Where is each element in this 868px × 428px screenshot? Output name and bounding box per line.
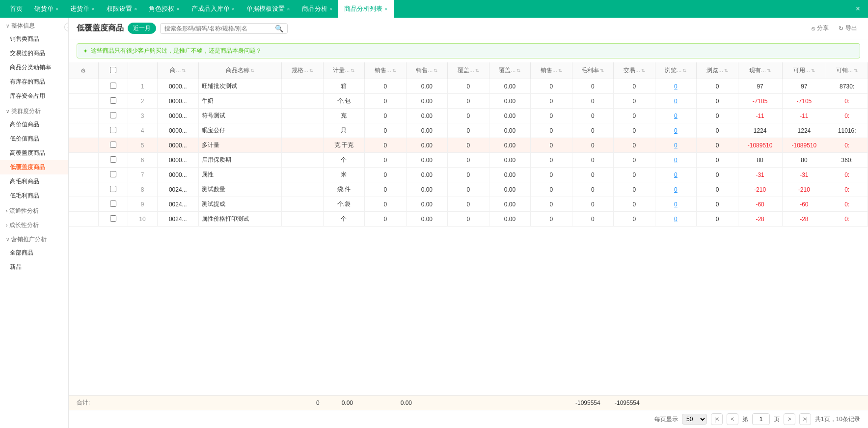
cell-code: 0000... [157, 109, 199, 123]
cell-sales-qty: 0 [365, 197, 407, 212]
page-label: 第 [742, 415, 748, 424]
cell-checkbox[interactable] [98, 79, 128, 94]
close-icon[interactable]: × [232, 6, 235, 12]
cell-checkbox[interactable] [98, 212, 128, 227]
cell-checkbox[interactable] [98, 94, 128, 109]
select-all-checkbox[interactable] [110, 67, 116, 73]
cell-settings [69, 123, 98, 138]
nav-permission[interactable]: 权限设置 × [101, 0, 143, 18]
sidebar-item-low-coverage[interactable]: 低覆盖度商品 [0, 160, 68, 174]
row-checkbox[interactable] [110, 83, 116, 89]
close-icon[interactable]: × [55, 6, 58, 12]
row-checkbox[interactable] [110, 112, 116, 118]
sidebar-item-new-products[interactable]: 新品 [0, 260, 68, 274]
cell-spec [282, 153, 324, 168]
row-checkbox[interactable] [110, 142, 116, 148]
export-icon: ↻ [839, 25, 843, 32]
row-checkbox[interactable] [110, 171, 116, 177]
cell-sales-amt: 0.00 [406, 168, 448, 182]
nav-role[interactable]: 角色授权 × [143, 0, 185, 18]
sidebar-item-high-coverage[interactable]: 高覆盖度商品 [0, 146, 68, 160]
cell-checkbox[interactable] [98, 138, 128, 153]
row-checkbox[interactable] [110, 127, 116, 133]
cell-checkbox[interactable] [98, 168, 128, 182]
table-container[interactable]: ⚙ 商...⇅ 商品名称⇅ 规格...⇅ 计量...⇅ 销售...⇅ 销售...… [69, 62, 868, 395]
last-page-button[interactable]: >| [799, 413, 811, 425]
row-checkbox[interactable] [110, 186, 116, 192]
cell-browse-a[interactable]: 0 [655, 123, 697, 138]
th-settings[interactable]: ⚙ [69, 62, 98, 79]
sidebar: « ∨ 整体信息 销售类商品 交易过的商品 商品分类动销率 有库存的商品 库存资… [0, 18, 69, 428]
cell-sales-amt: 0.00 [406, 138, 448, 153]
row-checkbox[interactable] [110, 215, 116, 222]
nav-purchase[interactable]: 进货单 × [64, 0, 100, 18]
page-of-label: 页 [774, 415, 780, 424]
sidebar-item-low-value[interactable]: 低价值商品 [0, 132, 68, 146]
page-input[interactable] [752, 413, 770, 425]
row-checkbox[interactable] [110, 97, 116, 104]
cell-sales-qty: 0 [365, 138, 407, 153]
close-icon[interactable]: × [329, 6, 332, 12]
cell-trade: 0 [614, 182, 655, 197]
cell-browse-a[interactable]: 0 [655, 168, 697, 182]
search-icon[interactable]: 🔍 [275, 25, 283, 32]
cell-browse-a[interactable]: 0 [655, 153, 697, 168]
cell-browse-a[interactable]: 0 [655, 138, 697, 153]
close-icon[interactable]: × [176, 6, 179, 12]
sidebar-section-circulation[interactable]: › 流通性分析 [0, 203, 68, 217]
row-checkbox[interactable] [110, 200, 116, 207]
export-button[interactable]: ↻ 导出 [836, 23, 860, 33]
cell-browse-a[interactable]: 0 [655, 182, 697, 197]
nav-product-analysis[interactable]: 商品分析 × [296, 0, 338, 18]
close-icon[interactable]: × [134, 6, 137, 12]
sidebar-item-category-rate[interactable]: 商品分类动销率 [0, 60, 68, 75]
cell-checkbox[interactable] [98, 123, 128, 138]
sidebar-section-overall[interactable]: ∨ 整体信息 [0, 18, 68, 32]
cell-browse-a[interactable]: 0 [655, 197, 697, 212]
nav-sales[interactable]: 销货单 × [28, 0, 64, 18]
cell-checkbox[interactable] [98, 182, 128, 197]
sidebar-item-all-products[interactable]: 全部商品 [0, 246, 68, 260]
cell-spec [282, 168, 324, 182]
sidebar-item-inventory-capital[interactable]: 库存资金占用 [0, 89, 68, 103]
sidebar-item-instock-products[interactable]: 有库存的商品 [0, 75, 68, 89]
cell-browse-a[interactable]: 0 [655, 79, 697, 94]
sidebar-section-growth[interactable]: › 成长性分析 [0, 217, 68, 231]
filter-recent-month-button[interactable]: 近一月 [128, 23, 156, 34]
nav-template[interactable]: 单据模板设置 × [241, 0, 296, 18]
cell-cover-b: 0.00 [489, 138, 531, 153]
cell-browse-b: 0 [697, 123, 738, 138]
th-gross-rate: 毛利率⇅ [572, 62, 614, 79]
share-button[interactable]: ⎋ 分享 [809, 23, 832, 33]
row-checkbox[interactable] [110, 156, 116, 163]
cell-checkbox[interactable] [98, 197, 128, 212]
sidebar-section-cluster[interactable]: ∨ 类群度分析 [0, 103, 68, 117]
close-icon[interactable]: × [287, 6, 290, 12]
close-icon[interactable]: × [91, 6, 94, 12]
nav-product-analysis-list[interactable]: 商品分析列表 × [338, 0, 393, 18]
nav-home[interactable]: 首页 [4, 0, 28, 18]
prev-page-button[interactable]: < [727, 413, 738, 425]
sidebar-item-high-value[interactable]: 高价值商品 [0, 117, 68, 132]
sidebar-item-traded-products[interactable]: 交易过的商品 [0, 46, 68, 60]
cell-checkbox[interactable] [98, 153, 128, 168]
nav-product-warehouse[interactable]: 产成品入库单 × [186, 0, 241, 18]
cell-browse-a[interactable]: 0 [655, 212, 697, 227]
cell-browse-a[interactable]: 0 [655, 94, 697, 109]
sidebar-item-sales-products[interactable]: 销售类商品 [0, 32, 68, 46]
sidebar-item-high-margin[interactable]: 高毛利商品 [0, 174, 68, 189]
cell-available: -210 [782, 182, 826, 197]
close-icon[interactable]: × [384, 6, 387, 12]
sidebar-item-low-margin[interactable]: 低毛利商品 [0, 189, 68, 203]
cell-browse-a[interactable]: 0 [655, 109, 697, 123]
cell-spec [282, 123, 324, 138]
cell-checkbox[interactable] [98, 109, 128, 123]
first-page-button[interactable]: |< [711, 413, 723, 425]
sidebar-section-marketing[interactable]: ∨ 营销推广分析 [0, 231, 68, 246]
search-input[interactable] [164, 25, 275, 32]
cell-sellable: 0: [826, 182, 868, 197]
page-size-select[interactable]: 50 10 20 100 [682, 414, 707, 425]
nav-close-all-button[interactable]: × [852, 4, 864, 13]
next-page-button[interactable]: > [784, 413, 795, 425]
cell-current: -210 [738, 182, 782, 197]
